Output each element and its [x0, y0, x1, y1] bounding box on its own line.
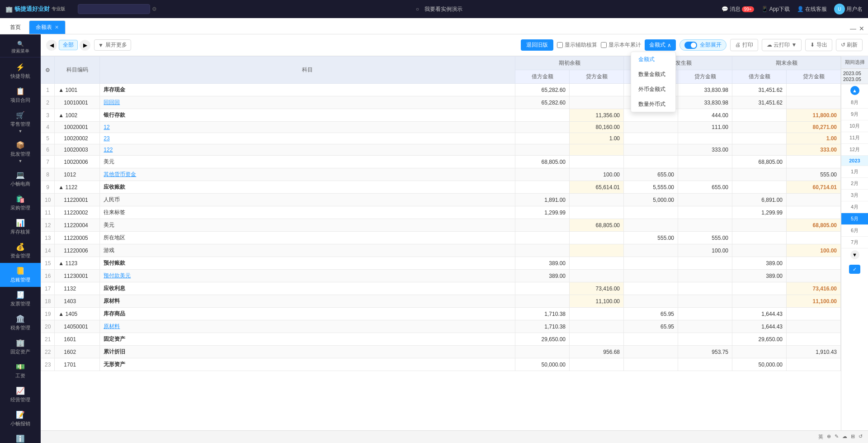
- format-option-qty-amount[interactable]: 数量金额式: [631, 67, 675, 82]
- sidebar-item-assets[interactable]: 🏢 固定资产: [0, 335, 41, 359]
- sidebar-item-project[interactable]: 📋 项目合同: [0, 83, 41, 107]
- cell-name-link[interactable]: 12: [104, 124, 109, 130]
- table-row[interactable]: 10 11220001 人民币 1,891.00 5,000.00 6,891.…: [41, 194, 841, 206]
- search-settings-icon[interactable]: ⚙: [152, 6, 157, 12]
- nav-back-btn[interactable]: ◀: [46, 40, 57, 51]
- user-area[interactable]: U 用户名: [834, 4, 863, 14]
- table-row[interactable]: 17 1132 应收利息 73,416.00 73,416.00: [41, 282, 841, 295]
- sidebar-item-purchase[interactable]: 🛍️ 采购管理: [0, 191, 41, 215]
- sidebar-item-wholesale[interactable]: 📦 批发管理 ▼: [0, 137, 41, 167]
- period-up-btn[interactable]: ▲: [850, 86, 859, 95]
- period-11[interactable]: 11月: [841, 132, 868, 144]
- status-icon-5[interactable]: ⊞: [851, 433, 855, 440]
- tab-home[interactable]: 首页: [4, 21, 27, 34]
- expand-all-toggle[interactable]: 全部展开: [679, 39, 726, 51]
- period-5[interactable]: 5月: [841, 213, 868, 225]
- cell-name-link[interactable]: 122: [104, 147, 113, 153]
- show-year-label[interactable]: 显示本年累计: [601, 41, 641, 49]
- format-option-foreign[interactable]: 外币金额式: [631, 82, 675, 97]
- current-filter-tag[interactable]: 全部: [59, 40, 78, 50]
- table-row[interactable]: 2 10010001 回回回 65,282.60 33,830.98 31,45…: [41, 96, 841, 109]
- table-row[interactable]: 16 11230001 预付款美元 389.00 389.00: [41, 270, 841, 282]
- search-input[interactable]: [78, 4, 150, 14]
- period-8[interactable]: 8月: [841, 97, 868, 109]
- back-to-original-btn[interactable]: 退回旧版: [521, 39, 553, 51]
- table-row[interactable]: 13 11220005 所在地区 555.00 555.00: [41, 232, 841, 244]
- cell-name-link[interactable]: 其他货币资金: [104, 171, 136, 177]
- sidebar-item-ledger[interactable]: 📒 总账管理: [0, 263, 41, 287]
- period-confirm-btn[interactable]: ✓: [849, 265, 860, 274]
- demo-link[interactable]: 我要看实例演示: [425, 5, 462, 13]
- table-row[interactable]: 4 10020001 12 80,160.00 111.00 80,271.00: [41, 122, 841, 133]
- period-down-btn[interactable]: ▼: [850, 250, 859, 259]
- nav-forward-btn[interactable]: ▶: [80, 40, 90, 51]
- export-btn[interactable]: ⬇ 导出: [805, 39, 832, 51]
- table-row[interactable]: 3 ▲ 1002 银行存款 11,356.00 444.00 11,800.00: [41, 109, 841, 122]
- sidebar-item-expense[interactable]: 📝 小畅报销: [0, 407, 41, 431]
- period-4[interactable]: 4月: [841, 201, 868, 213]
- status-icon-6[interactable]: ↺: [859, 433, 863, 440]
- app-download-area[interactable]: 📱 App下载: [761, 5, 790, 13]
- period-3[interactable]: 3月: [841, 190, 868, 201]
- cell-name-link[interactable]: 23: [104, 135, 109, 142]
- period-7[interactable]: 7月: [841, 237, 868, 248]
- period-10[interactable]: 10月: [841, 120, 868, 132]
- sidebar-item-basic[interactable]: ℹ️ 基础信息: [0, 431, 41, 443]
- refresh-btn[interactable]: ↺ 刷新: [836, 39, 863, 51]
- window-minimize-btn[interactable]: —: [850, 25, 856, 32]
- show-auxiliary-label[interactable]: 显示辅助核算: [557, 41, 597, 49]
- format-option-qty-foreign[interactable]: 数量外币式: [631, 97, 675, 112]
- status-icon-4[interactable]: ☁: [842, 433, 847, 440]
- table-row[interactable]: 6 10020003 122 333.00 333.00: [41, 144, 841, 156]
- show-auxiliary-checkbox[interactable]: [557, 42, 563, 48]
- period-2[interactable]: 2月: [841, 178, 868, 190]
- format-option-amount[interactable]: 金额式: [631, 52, 675, 67]
- period-12[interactable]: 12月: [841, 144, 868, 156]
- table-row[interactable]: 15 ▲ 1123 预付账款 389.00 389.00: [41, 257, 841, 270]
- period-9[interactable]: 9月: [841, 109, 868, 120]
- table-row[interactable]: 9 ▲ 1122 应收账款 65,614.01 5,555.00 655.00 …: [41, 181, 841, 194]
- table-row[interactable]: 23 1701 无形资产 50,000.00 50,000.00: [41, 358, 841, 371]
- format-dropdown-btn[interactable]: 金额式 ∧: [645, 39, 676, 51]
- table-row[interactable]: 8 1012 其他货币资金 100.00 655.00 555.00: [41, 168, 841, 181]
- col-settings-header[interactable]: ⚙: [41, 57, 55, 84]
- status-icon-2[interactable]: ⊕: [827, 433, 831, 440]
- period-6[interactable]: 6月: [841, 225, 868, 237]
- table-row[interactable]: 19 ▲ 1405 库存商品 1,710.38 65.95 1,644.43: [41, 308, 841, 320]
- window-close-btn[interactable]: ✕: [859, 25, 864, 32]
- message-area[interactable]: 💬 消息 99+: [722, 5, 754, 13]
- table-row[interactable]: 14 11220006 游戏 100.00 100.00: [41, 244, 841, 257]
- close-balance-tab[interactable]: ✕: [55, 24, 59, 30]
- table-row[interactable]: 11 11220002 往来标签 1,299.99 1,299.99: [41, 206, 841, 219]
- table-settings-icon[interactable]: ⚙: [45, 67, 50, 73]
- status-icon-3[interactable]: ✎: [835, 433, 839, 440]
- table-row[interactable]: 21 1601 固定资产 29,650.00 29,650.00: [41, 333, 841, 346]
- period-1[interactable]: 1月: [841, 166, 868, 178]
- table-row[interactable]: 7 10020006 美元 68,805.00 68,805.00: [41, 156, 841, 168]
- support-area[interactable]: 👤 在线客服: [797, 5, 827, 13]
- cloud-print-btn[interactable]: ☁ 云打印 ▼: [762, 39, 802, 51]
- sidebar-item-salary[interactable]: 💵 工资: [0, 359, 41, 383]
- sidebar-item-invoice[interactable]: 🧾 发票管理: [0, 287, 41, 311]
- table-row[interactable]: 5 10020002 23 1.00 1.00: [41, 133, 841, 144]
- tab-balance[interactable]: 余额表 ✕: [29, 20, 66, 34]
- table-row[interactable]: 22 1602 累计折旧 956.68 953.75 1,910.43: [41, 346, 841, 358]
- sidebar-search[interactable]: 🔍 搜索菜单: [0, 38, 41, 57]
- show-year-checkbox[interactable]: [601, 42, 607, 48]
- status-icon-1[interactable]: 英: [818, 433, 823, 440]
- sidebar-item-retail[interactable]: 🛒 零售管理 ▼: [0, 107, 41, 137]
- cell-name-link[interactable]: 预付款美元: [104, 272, 131, 279]
- period-2023[interactable]: 2023: [841, 156, 868, 166]
- sidebar-item-nav[interactable]: ⚡ 快捷导航: [0, 59, 41, 83]
- table-row[interactable]: 12 11220004 美元 68,805.00 68,805.00: [41, 219, 841, 232]
- table-row[interactable]: 20 14050001 原材料 1,710.38 65.95 1,644.43: [41, 320, 841, 333]
- print-btn[interactable]: 🖨 打印: [730, 39, 758, 51]
- sidebar-item-funds[interactable]: 💰 资金管理: [0, 239, 41, 263]
- cell-name-link[interactable]: 回回回: [104, 99, 120, 105]
- sidebar-item-operations[interactable]: 📈 经营管理: [0, 383, 41, 407]
- table-row[interactable]: 1 ▲ 1001 库存现金 65,282.60 33,830.98 31,451…: [41, 84, 841, 96]
- table-row[interactable]: 18 1403 原材料 11,100.00 11,100.00: [41, 295, 841, 308]
- sidebar-item-inventory[interactable]: 📊 库存核算: [0, 215, 41, 239]
- sidebar-item-ecommerce[interactable]: 💻 小畅电商: [0, 167, 41, 191]
- sidebar-item-tax[interactable]: 🏛️ 税务管理: [0, 311, 41, 335]
